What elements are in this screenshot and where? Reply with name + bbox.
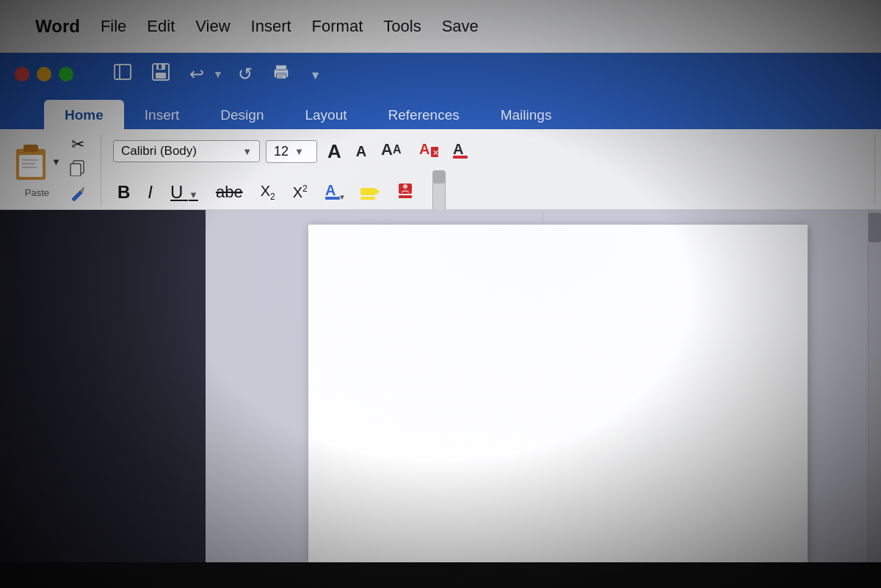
strikethrough-button[interactable]: abe [211,181,247,203]
doc-canvas[interactable] [206,210,881,562]
window-controls-row: ↩ ▼ ↺ [0,53,881,95]
undo-dropdown-arrow[interactable]: ▼ [213,68,223,80]
document-page[interactable] [308,225,808,562]
svg-rect-0 [115,65,131,79]
menu-edit[interactable]: Edit [147,17,175,36]
bold-button[interactable]: B [113,181,134,204]
font-row-1: Calibri (Body) ▼ 12 ▼ A A A A [113,137,866,166]
svg-rect-8 [275,65,286,70]
svg-marker-31 [375,188,380,195]
tab-home[interactable]: Home [44,100,124,129]
font-color-button[interactable]: A ▼ [321,178,347,207]
highlight-button[interactable] [356,178,384,207]
svg-rect-13 [23,145,38,152]
cut-button[interactable]: ✂ [67,134,89,155]
font-grow-button[interactable]: A [323,139,346,164]
svg-rect-9 [276,73,286,79]
svg-rect-30 [360,188,375,195]
font-name-dropdown-arrow: ▼ [242,146,252,157]
svg-point-35 [403,184,407,189]
svg-text:▼: ▼ [338,193,344,201]
ribbon-scrollbar[interactable] [432,170,446,214]
font-size-dropdown-arrow: ▼ [294,146,304,157]
sidebar-toggle-button[interactable] [109,59,137,89]
minimize-button[interactable] [37,67,51,81]
format-row: B I U ▼ abe X2 X2 [113,170,866,214]
svg-text:A: A [419,141,429,157]
close-button[interactable] [15,67,29,81]
ribbon-container: ↩ ▼ ↺ [0,53,881,129]
paste-label: Paste [25,187,49,198]
svg-rect-15 [22,159,38,161]
sidebar-panel [0,210,206,562]
svg-rect-4 [156,73,166,79]
tab-references[interactable]: References [368,100,480,129]
font-color-red-button[interactable]: A [449,137,475,166]
vertical-scrollbar[interactable] [868,210,881,562]
ribbon-tabs: Home Insert Design Layout References Mai… [0,95,881,129]
format-painter-button[interactable] [67,185,89,207]
tab-layout[interactable]: Layout [284,100,367,129]
svg-text:A: A [393,143,402,156]
tab-design[interactable]: Design [200,100,284,129]
svg-text:✕: ✕ [432,148,438,157]
svg-rect-14 [19,155,43,177]
customize-toolbar-button[interactable]: ▼ [305,62,326,87]
menu-insert[interactable]: Insert [251,17,291,36]
svg-rect-28 [325,197,340,200]
svg-rect-10 [277,75,285,76]
svg-rect-19 [70,164,81,176]
svg-rect-17 [22,167,37,168]
svg-rect-26 [453,156,468,159]
svg-rect-5 [159,65,162,69]
undo-button[interactable]: ↩ [185,61,209,87]
menu-word[interactable]: Word [35,16,80,37]
clear-format-button[interactable]: A ✕ [413,138,443,165]
menu-view[interactable]: View [195,17,230,36]
menu-format[interactable]: Format [312,17,363,36]
font-name-selector[interactable]: Calibri (Body) ▼ [113,140,260,162]
underline-button[interactable]: U ▼ [166,181,203,204]
tab-insert[interactable]: Insert [124,100,200,129]
save-button[interactable] [147,59,175,89]
paste-button[interactable]: ▼ [13,140,61,183]
word-app: Word File Edit View Insert Format Tools … [0,0,881,562]
font-section: Calibri (Body) ▼ 12 ▼ A A A A [104,134,875,205]
font-name-value: Calibri (Body) [121,144,197,159]
font-size-value: 12 [274,144,289,159]
svg-text:A: A [381,140,393,159]
superscript-button[interactable]: X2 [289,182,312,203]
more-color-button[interactable] [393,178,421,207]
svg-text:A: A [453,141,463,157]
quick-access-toolbar: ↩ ▼ ↺ [109,59,326,89]
svg-rect-34 [399,195,412,198]
svg-rect-11 [277,77,283,78]
subscript-button[interactable]: X2 [256,181,280,203]
svg-text:A: A [325,182,336,198]
font-size-selector[interactable]: 12 ▼ [266,140,317,163]
change-case-button[interactable]: A A [377,137,407,165]
svg-rect-16 [22,163,35,164]
tab-mailings[interactable]: Mailings [480,100,573,129]
menu-save[interactable]: Save [442,17,479,36]
menu-file[interactable]: File [101,17,126,36]
clipboard-section: ▼ Paste ✂ [6,134,101,205]
menu-tools[interactable]: Tools [383,17,421,36]
italic-button[interactable]: I [143,181,157,204]
font-shrink-button[interactable]: A [352,142,371,161]
maximize-button[interactable] [59,67,73,81]
copy-button[interactable] [67,159,89,181]
traffic-lights [15,67,73,81]
mac-menubar: Word File Edit View Insert Format Tools … [0,0,881,53]
ribbon-content: ▼ Paste ✂ [0,129,881,210]
redo-button[interactable]: ↺ [233,61,257,87]
print-button[interactable] [267,59,295,89]
document-area [0,210,881,562]
svg-rect-32 [360,197,375,200]
